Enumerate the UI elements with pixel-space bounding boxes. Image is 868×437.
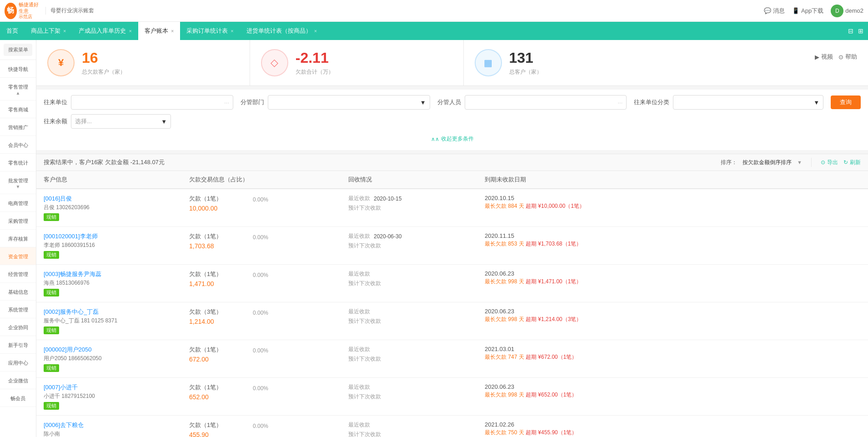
- balance-select[interactable]: 选择... ▼: [71, 114, 171, 129]
- tab-production-history[interactable]: 产成品入库单历史 ×: [72, 22, 138, 40]
- diamond-icon: ◇: [271, 57, 278, 69]
- sidebar-item-retail-store[interactable]: 零售商城: [0, 100, 36, 118]
- nav-minimize-icon[interactable]: ⊟: [848, 27, 853, 35]
- sidebar-item-marketing[interactable]: 营销推广: [0, 118, 36, 136]
- sidebar-item-quick-nav[interactable]: 快捷导航: [0, 60, 36, 78]
- chevron-down-sort-icon[interactable]: ▼: [797, 160, 802, 165]
- top-right: 💬 消息 📱 App下载 D demo2: [764, 5, 863, 17]
- sidebar-item-retail-mgmt[interactable]: 零售管理 ▲: [0, 78, 36, 100]
- sidebar-item-new-guide[interactable]: 新手引导: [0, 336, 36, 354]
- due-date-value: 2020.06.23: [485, 270, 861, 277]
- export-btn[interactable]: ⊙ 导出: [821, 159, 838, 166]
- customer-name-link[interactable]: [0003]畅捷服务尹海蕊: [44, 271, 101, 277]
- close-tab-production-history[interactable]: ×: [129, 28, 131, 34]
- user-profile[interactable]: D demo2: [831, 5, 863, 17]
- customer-phone: 小进千 18279152100: [44, 392, 189, 400]
- recovery-latest: 最近收款 2020-10-15: [348, 195, 485, 202]
- filter-area: 往来单位 ··· 分管部门 ▼ 分管人员 ···: [36, 90, 868, 150]
- sidebar-item-system[interactable]: 系统管理: [0, 301, 36, 318]
- customer-name-link[interactable]: [0006]去下粮仓: [44, 422, 84, 428]
- sidebar-item-app-center[interactable]: 应用中心: [0, 354, 36, 372]
- refresh-btn[interactable]: ↻ 刷新: [843, 159, 861, 166]
- collapse-btn[interactable]: ∧∧ 收起更多条件: [431, 135, 474, 143]
- customer-info-cell: [0006]去下粮仓 陈小南 现销: [44, 421, 189, 437]
- customer-info-cell: [0016]吕俊 吕俊 13026203696 现销: [44, 195, 189, 221]
- debt-count: 欠款（1笔）: [189, 232, 244, 241]
- nav-right-controls: ⊟ ⊞: [848, 27, 868, 35]
- debt-percent: 0.00%: [253, 232, 268, 241]
- table-row: [0001020001]李老师 李老师 18600391516 现销 欠款（1笔…: [36, 227, 868, 265]
- customer-name-link[interactable]: [0001020001]李老师: [44, 233, 98, 240]
- sidebar-search-btn[interactable]: 搜索菜单: [4, 44, 32, 56]
- building-icon: ▦: [484, 57, 492, 68]
- due-overdue-days: 最长欠款 998 天 超期 ¥1,471.00（1笔）: [485, 278, 861, 286]
- sidebar-item-enterprise[interactable]: 企业协同: [0, 318, 36, 336]
- customer-name-link[interactable]: [000002]用户2050: [44, 346, 92, 353]
- tab-home[interactable]: 首页: [0, 22, 25, 40]
- sidebar-item-basic-info[interactable]: 基础信息: [0, 283, 36, 301]
- message-btn[interactable]: 💬 消息: [764, 7, 785, 15]
- sidebar-item-enterprise-wx[interactable]: 企业微信: [0, 372, 36, 389]
- app-download-btn[interactable]: 📱 App下载: [792, 7, 823, 15]
- sidebar-search-area: 搜索菜单: [0, 40, 36, 60]
- overdue-amount: 超期 ¥652.00（1笔）: [526, 392, 577, 398]
- nav-maximize-icon[interactable]: ⊞: [858, 27, 863, 35]
- tab-stock-stats[interactable]: 进货单统计表（按商品） ×: [240, 22, 323, 40]
- unit-category-select[interactable]: ▼: [673, 95, 823, 110]
- sidebar-item-retail-stats[interactable]: 零售统计: [0, 154, 36, 171]
- stat-action-area: ▶ 视频 ⊙ 帮助: [815, 49, 857, 61]
- debt-main: 欠款（3笔） 1,214.00: [189, 308, 244, 325]
- table-header: 客户信息 欠款交易信息（占比） 回收情况 到期未收款日期: [36, 171, 868, 189]
- help-btn[interactable]: ⊙ 帮助: [838, 53, 857, 61]
- recovery-latest: 最近收款 2020-06-30: [348, 232, 485, 240]
- tab-customer-account[interactable]: 客户账本 ×: [138, 22, 180, 40]
- phone-icon: 📱: [792, 7, 799, 14]
- manager-input[interactable]: ···: [465, 95, 627, 110]
- sidebar-item-batch-mgmt[interactable]: 批发管理 ▼: [0, 171, 36, 194]
- close-tab-customer-account[interactable]: ×: [171, 28, 174, 34]
- message-icon: 💬: [764, 7, 771, 14]
- debt-info-cell: 欠款（1笔） 10,000.00 0.00%: [189, 195, 348, 212]
- sidebar-item-member-center[interactable]: 会员中心: [0, 136, 36, 154]
- recovery-next: 预计下次收款: [348, 204, 485, 212]
- source-unit-input[interactable]: ···: [71, 95, 233, 110]
- sidebar-item-operations[interactable]: 经营管理: [0, 265, 36, 283]
- debt-amount: 10,000.00: [189, 205, 244, 212]
- sidebar-item-finance[interactable]: 资金管理: [0, 247, 36, 265]
- customer-name-link[interactable]: [0016]吕俊: [44, 195, 72, 202]
- recovery-cell: 最近收款 预计下次收款: [348, 346, 485, 363]
- help-icon: ⊙: [838, 54, 843, 60]
- debt-amount: 652.00: [189, 393, 244, 401]
- close-tab-product-shelf[interactable]: ×: [63, 28, 66, 34]
- app-name: 母婴行业演示账套: [45, 7, 94, 15]
- due-overdue-days: 最长欠款 747 天 超期 ¥672.00（1笔）: [485, 353, 861, 361]
- tab-product-shelf[interactable]: 商品上下架 ×: [25, 22, 72, 40]
- search-button[interactable]: 查询: [831, 95, 861, 109]
- logo-area: 畅 畅捷通好生意 示范店: [5, 2, 41, 19]
- sidebar-item-inventory[interactable]: 库存核算: [0, 230, 36, 247]
- customer-name-link[interactable]: [0007]小进千: [44, 384, 78, 391]
- filter-source-unit: 往来单位 ···: [44, 95, 233, 110]
- collapse-chevron-icon: ∧∧: [431, 136, 439, 142]
- due-overdue-days: 最长欠款 998 天 超期 ¥1,214.00（3笔）: [485, 316, 861, 323]
- debt-info-cell: 欠款（1笔） 652.00 0.00%: [189, 383, 348, 401]
- recovery-next: 预计下次收款: [348, 431, 485, 437]
- close-tab-stock-stats[interactable]: ×: [314, 28, 317, 34]
- customer-tag: 现销: [44, 326, 59, 334]
- manager-label: 分管人员: [437, 98, 461, 106]
- sidebar-item-purchase[interactable]: 采购管理: [0, 212, 36, 230]
- recovery-next: 预计下次收款: [348, 317, 485, 325]
- divider: [811, 158, 812, 167]
- video-btn[interactable]: ▶ 视频: [815, 53, 833, 61]
- sidebar-item-member-vip[interactable]: 畅会员: [0, 389, 36, 407]
- customer-name-link[interactable]: [0002]服务中心_丁磊: [44, 308, 99, 315]
- dept-select[interactable]: ▼: [268, 95, 430, 110]
- debt-amount: 672.00: [189, 356, 244, 363]
- close-tab-purchase-order[interactable]: ×: [231, 28, 233, 34]
- table-row: [0007]小进千 小进千 18279152100 现销 欠款（1笔） 652.…: [36, 378, 868, 416]
- result-summary: 搜索结果中，客户16家 欠款金额 -21,148.07元: [44, 158, 165, 166]
- chevron-down-dept-icon: ▼: [420, 99, 426, 106]
- sidebar-item-ecommerce[interactable]: 电商管理: [0, 194, 36, 212]
- tab-purchase-order[interactable]: 采购订单统计表 ×: [180, 22, 240, 40]
- stat-icon-owed-customers: ¥: [47, 49, 75, 76]
